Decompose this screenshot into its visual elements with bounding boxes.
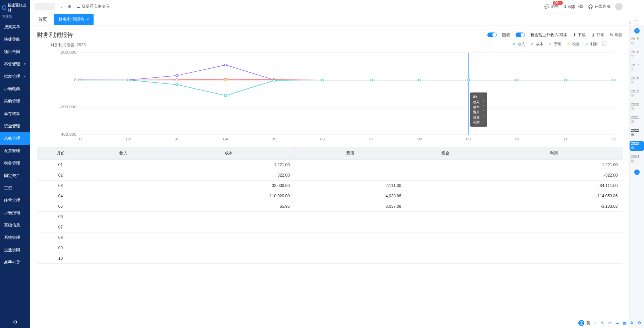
svg-point-69 bbox=[79, 79, 82, 81]
svg-text:10: 10 bbox=[515, 137, 519, 141]
svg-text:05: 05 bbox=[272, 137, 276, 141]
org-selector[interactable] bbox=[35, 3, 55, 10]
year-2020年[interactable]: 2020年 bbox=[630, 102, 644, 112]
nav-item-0[interactable]: 搜索菜单 bbox=[0, 21, 30, 33]
tab-close-all-icon[interactable]: × bbox=[629, 20, 632, 25]
chart-toggle[interactable] bbox=[487, 32, 497, 37]
nav-item-12[interactable]: 固定资产 bbox=[0, 170, 30, 182]
nav-item-11[interactable]: 税务管理 bbox=[0, 157, 30, 170]
settings-icon[interactable]: ⚙ bbox=[0, 316, 30, 328]
nav-item-9[interactable]: 总账管理 bbox=[0, 132, 30, 145]
nav-item-18[interactable]: 企业协同 bbox=[0, 244, 30, 256]
legend-利润[interactable]: .lg-m::before{border-color:inherit}利润 bbox=[584, 42, 598, 47]
nav-item-13[interactable]: 工资 bbox=[0, 182, 30, 194]
caret-icon: ▼ bbox=[23, 63, 26, 66]
nav-item-2[interactable]: 项目合同 bbox=[0, 46, 30, 58]
topbar: ⌄ ⚙ ☁ 我要看实例演示 💬 消息99 + ⬇ App下载 🎧 在线客服 bbox=[30, 0, 644, 13]
ime-badge[interactable]: 王 bbox=[578, 320, 584, 326]
legend-费用[interactable]: .lg-m::before{border-color:inherit}费用 bbox=[548, 42, 561, 47]
fullscreen-icon[interactable]: ⛶ bbox=[634, 20, 639, 25]
nav-item-6[interactable]: 采购管理 bbox=[0, 95, 30, 108]
ime-toolbar: 王 英 ☺ ✎ ✂ ☁ ▦ ⬇ ⚙ bbox=[578, 320, 642, 326]
chart-canvas[interactable]: 200,0000-200,000-400,0000102030405060708… bbox=[37, 49, 623, 143]
chart-dataview-icon[interactable]: ≡ bbox=[602, 42, 606, 46]
avatar[interactable] bbox=[615, 3, 623, 10]
user-name bbox=[627, 4, 639, 9]
ime-gear-icon[interactable]: ⚙ bbox=[637, 320, 642, 326]
ime-edit-icon[interactable]: ✎ bbox=[600, 320, 605, 326]
demo-link[interactable]: ☁ 我要看实例演示 bbox=[76, 4, 110, 9]
table-row: 0565.953,037.08-3,103.03 bbox=[37, 201, 623, 212]
chart-toggle-label: 图表 bbox=[502, 32, 510, 38]
brand: 畅捷通好业财 bbox=[0, 0, 30, 14]
tab-report[interactable]: 财务利润报告× bbox=[54, 14, 94, 25]
tab-home[interactable]: 首页 bbox=[34, 14, 52, 25]
table-row: 08 bbox=[37, 233, 623, 243]
ime-down-icon[interactable]: ⬇ bbox=[629, 320, 635, 326]
scroll-down-icon[interactable]: ⌄ bbox=[634, 170, 640, 175]
scroll-up-icon[interactable]: ⌃ bbox=[634, 28, 640, 34]
chevron-down-icon[interactable]: ⌄ bbox=[60, 4, 63, 9]
svg-point-70 bbox=[127, 79, 130, 81]
legend-收入[interactable]: .lg-m::before{border-color:inherit}收入 bbox=[512, 42, 525, 47]
nav-item-10[interactable]: 发票管理 bbox=[0, 145, 30, 157]
messages-button[interactable]: 💬 消息99 + bbox=[544, 4, 559, 9]
extra-toggle-label: 包含营业外收入/成本 bbox=[530, 32, 568, 38]
year-2024年[interactable]: 2024年 bbox=[630, 154, 644, 164]
year-2022年[interactable]: 2022年 bbox=[630, 128, 644, 138]
close-icon[interactable]: × bbox=[87, 17, 89, 22]
nav-item-4[interactable]: 批发管理▼ bbox=[0, 70, 30, 83]
svg-point-74 bbox=[321, 79, 324, 81]
page-header: 财务利润报告 图表 包含营业外收入/成本 ⬇ 下载 🖨 打印 ↻ 刷新 bbox=[30, 25, 629, 42]
nav-item-5[interactable]: 小畅电商 bbox=[0, 83, 30, 95]
svg-point-59 bbox=[176, 79, 178, 81]
th-2: 成本 bbox=[163, 147, 294, 160]
nav-item-17[interactable]: 系统管理 bbox=[0, 232, 30, 244]
nav-item-3[interactable]: 零售管理▼ bbox=[0, 58, 30, 70]
year-2021年[interactable]: 2021年 bbox=[630, 115, 644, 125]
svg-text:12: 12 bbox=[611, 137, 616, 141]
app-download-button[interactable]: ⬇ App下载 bbox=[564, 4, 583, 9]
nav-item-16[interactable]: 基础信息 bbox=[0, 219, 30, 232]
year-2019年[interactable]: 2019年 bbox=[630, 88, 644, 99]
ime-cloud-icon[interactable]: ☁ bbox=[614, 320, 620, 326]
extra-toggle[interactable] bbox=[516, 32, 525, 37]
ime-img-icon[interactable]: ▦ bbox=[622, 320, 627, 326]
ime-emoji-icon[interactable]: ☺ bbox=[592, 320, 598, 326]
nav-item-8[interactable]: 资金管理 bbox=[0, 120, 30, 132]
svg-text:0: 0 bbox=[74, 78, 76, 81]
svg-text:07: 07 bbox=[369, 137, 374, 141]
svg-text:-200,000: -200,000 bbox=[59, 106, 76, 109]
svg-point-35 bbox=[176, 75, 178, 77]
svg-text:02: 02 bbox=[126, 137, 131, 141]
legend-税金[interactable]: .lg-m::before{border-color:inherit}税金 bbox=[566, 42, 580, 47]
settings-small-icon[interactable]: ⚙ bbox=[68, 4, 71, 9]
year-2023年[interactable]: 2023年 bbox=[630, 141, 644, 151]
legend-成本[interactable]: .lg-m::before{border-color:inherit}成本 bbox=[530, 42, 543, 47]
svg-text:03: 03 bbox=[175, 137, 179, 141]
nav-item-15[interactable]: 小畅报销 bbox=[0, 207, 30, 219]
svg-point-60 bbox=[224, 79, 227, 81]
legend: .lg-m::before{border-color:inherit}收入.lg… bbox=[512, 42, 606, 47]
nav-item-14[interactable]: 经营管理 bbox=[0, 194, 30, 207]
nav-item-7[interactable]: 库存核算 bbox=[0, 108, 30, 120]
refresh-button[interactable]: ↻ 刷新 bbox=[610, 32, 623, 38]
year-2018年[interactable]: 2018年 bbox=[630, 75, 644, 86]
year-2017年[interactable]: 2017年 bbox=[630, 62, 644, 73]
svg-point-36 bbox=[224, 64, 227, 66]
support-button[interactable]: 🎧 在线客服 bbox=[588, 4, 610, 9]
download-button[interactable]: ⬇ 下载 bbox=[573, 32, 586, 38]
chart: 财务利润报告_2023 .lg-m::before{border-color:i… bbox=[37, 42, 623, 144]
svg-point-80 bbox=[612, 79, 615, 81]
svg-text:-400,000: -400,000 bbox=[59, 133, 76, 136]
table-row: 04110,020.004,033.86-114,053.86 bbox=[37, 191, 623, 201]
print-button[interactable]: 🖨 打印 bbox=[591, 32, 604, 38]
ime-lang[interactable]: 英 bbox=[586, 320, 590, 326]
year-2015年[interactable]: 2015年 bbox=[630, 36, 644, 47]
nav-item-19[interactable]: 新手引导 bbox=[0, 256, 30, 269]
ime-cut-icon[interactable]: ✂ bbox=[607, 320, 612, 326]
table-row: 06 bbox=[37, 212, 623, 222]
nav-item-1[interactable]: 快捷导航 bbox=[0, 33, 30, 46]
svg-point-79 bbox=[564, 79, 567, 81]
year-2016年[interactable]: 2016年 bbox=[630, 49, 644, 60]
